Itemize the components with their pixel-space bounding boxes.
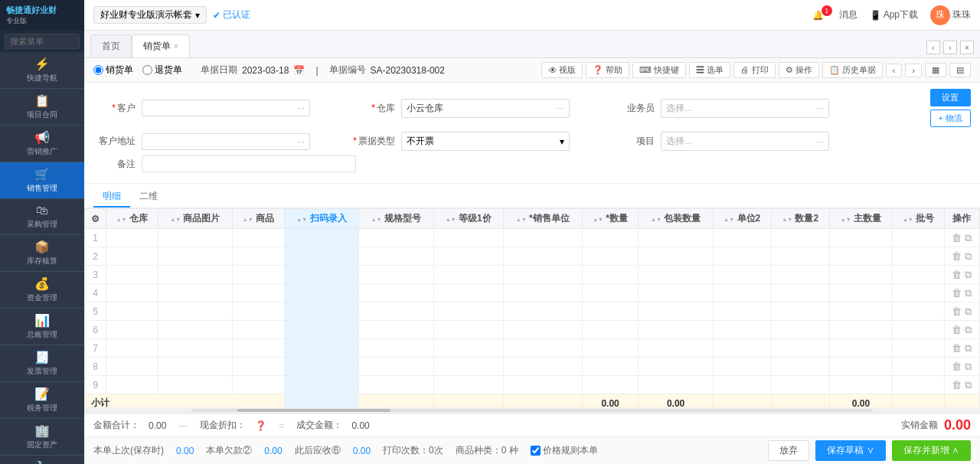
select-btn[interactable]: ☰ 选单 <box>689 62 730 78</box>
sidebar-item-sales[interactable]: 🛒 销售管理 <box>0 162 84 199</box>
warehouse-value: 小云仓库 <box>407 102 443 115</box>
print-btn[interactable]: 🖨 打印 <box>733 62 775 78</box>
sidebar-item-project[interactable]: 📋 项目合同 <box>0 89 84 126</box>
delete-icon[interactable]: 🗑 <box>952 232 962 243</box>
shortcut-btn[interactable]: ⌨ 快捷键 <box>632 62 686 78</box>
copy-icon[interactable]: ⧉ <box>965 342 972 355</box>
copy-icon[interactable]: ⧉ <box>965 379 972 391</box>
history-btn[interactable]: 📋 历史单据 <box>822 62 883 78</box>
view-btn[interactable]: 👁 视版 <box>541 62 583 78</box>
delete-icon[interactable]: 🗑 <box>952 269 962 280</box>
cell-price[interactable] <box>433 229 503 247</box>
company-selector[interactable]: 好业财专业版演示帐套 ▾ <box>93 6 207 24</box>
delete-icon[interactable]: 🗑 <box>952 250 962 262</box>
invoice-value: 不开票 <box>407 135 434 148</box>
invoice-select[interactable]: 不开票 ▾ <box>401 132 570 151</box>
delete-icon[interactable]: 🗑 <box>952 361 962 372</box>
subtotal-label: 小计 <box>85 394 285 408</box>
list-view-btn[interactable]: ▦ <box>925 63 946 77</box>
product-types-label[interactable]: 商品种类：0 种 <box>456 444 518 457</box>
sidebar-item-tax[interactable]: 📝 税务管理 <box>0 382 84 419</box>
delete-icon[interactable]: 🗑 <box>952 379 962 390</box>
cell-scan[interactable] <box>284 229 359 247</box>
customer-input[interactable]: ··· <box>142 100 310 116</box>
tab-next-btn[interactable]: › <box>943 41 957 54</box>
tab-prev-btn[interactable]: ‹ <box>926 41 940 54</box>
address-input[interactable]: ··· <box>142 133 310 150</box>
copy-icon[interactable]: ⧉ <box>965 306 972 318</box>
delete-icon[interactable]: 🗑 <box>952 306 962 317</box>
form-row-3: 备注 <box>93 155 971 172</box>
message-action[interactable]: 🔔 1 消息 <box>812 8 858 21</box>
calendar-icon[interactable]: 📅 <box>293 65 305 76</box>
cell-pkg[interactable] <box>639 229 714 247</box>
copy-icon[interactable]: ⧉ <box>965 324 972 336</box>
th-settings[interactable]: ⚙ <box>85 209 106 229</box>
cell-img[interactable] <box>158 229 233 247</box>
delete-icon[interactable]: 🗑 <box>952 324 962 335</box>
radio-return-input[interactable] <box>142 65 152 75</box>
sidebar-item-capital[interactable]: 💰 资金管理 <box>0 272 84 309</box>
logistics-btn[interactable]: + 物流 <box>930 109 971 127</box>
copy-icon[interactable]: ⧉ <box>965 232 972 244</box>
sidebar-item-purchase[interactable]: 🛍 采购管理 <box>0 199 84 235</box>
cell-main-qty[interactable] <box>829 229 893 247</box>
help-btn[interactable]: ❓ 帮助 <box>586 62 629 78</box>
tab-sale-order[interactable]: 销货单 × <box>132 34 190 57</box>
radio-sale[interactable]: 销货单 <box>93 64 133 77</box>
table-tab-detail[interactable]: 明细 <box>93 187 130 207</box>
staff-input[interactable]: 选择... ··· <box>661 99 829 118</box>
app-download-action[interactable]: 📱 App下载 <box>870 8 918 21</box>
table-row: 8🗑⧉ <box>85 358 980 376</box>
save-new-btn[interactable]: 保存并新增 ∧ <box>892 440 971 461</box>
detail-view-btn[interactable]: ▤ <box>949 63 971 77</box>
copy-icon[interactable]: ⧉ <box>965 269 972 281</box>
radio-sale-input[interactable] <box>93 65 103 75</box>
sidebar-item-tools[interactable]: 🔧 工具 <box>0 456 84 464</box>
prev-record-btn[interactable]: ‹ <box>886 64 903 77</box>
cell-unit2[interactable] <box>713 229 771 247</box>
radio-return[interactable]: 退货单 <box>142 64 182 77</box>
sidebar-item-invoice[interactable]: 🧾 发票管理 <box>0 345 84 382</box>
debt-value: 0.00 <box>264 446 282 456</box>
delete-icon[interactable]: 🗑 <box>952 342 962 354</box>
cell-warehouse[interactable] <box>106 229 158 247</box>
operate-btn[interactable]: ⚙ 操作 <box>779 62 819 78</box>
delete-icon[interactable]: 🗑 <box>952 287 962 299</box>
tab-home[interactable]: 首页 <box>90 34 132 57</box>
sidebar-item-inventory[interactable]: 📦 库存核算 <box>0 235 84 272</box>
cell-qty[interactable] <box>582 229 638 247</box>
cell-qty2[interactable] <box>771 229 829 247</box>
sidebar-item-quick-nav[interactable]: ⚡ 快捷导航 <box>0 52 84 89</box>
help-icon[interactable]: ❓ <box>255 420 266 431</box>
sidebar-item-label: 项目合同 <box>27 109 57 120</box>
set-btn[interactable]: 设置 <box>930 89 971 106</box>
project-input[interactable]: 选择... ··· <box>661 132 829 151</box>
table-wrapper[interactable]: ⚙ ▲▼ 仓库 ▲▼ 商品图片 ▲▼ 商品 ▲▼ 扫码录入 <box>84 208 980 407</box>
user-avatar-action[interactable]: 珠 珠珠 <box>930 5 971 25</box>
sidebar-item-general[interactable]: 📊 总账管理 <box>0 309 84 345</box>
th-scan[interactable]: ▲▼ 扫码录入 <box>284 209 359 229</box>
scroll-thumb[interactable] <box>237 409 390 412</box>
copy-icon[interactable]: ⧉ <box>965 250 972 263</box>
search-input[interactable] <box>5 34 80 49</box>
cell-batch[interactable] <box>893 229 945 247</box>
copy-icon[interactable]: ⧉ <box>965 287 972 299</box>
next-record-btn[interactable]: › <box>905 64 922 77</box>
tab-close-all-btn[interactable]: × <box>960 41 974 54</box>
discard-btn[interactable]: 放弃 <box>768 440 809 461</box>
price-check-input[interactable] <box>531 446 541 456</box>
topbar: 好业财专业版演示帐套 ▾ ✔ 已认证 🔔 1 消息 📱 App下载 珠 <box>84 0 980 31</box>
cell-unit[interactable] <box>503 229 582 247</box>
table-tab-2d[interactable]: 二维 <box>130 187 167 207</box>
tab-close-icon[interactable]: × <box>174 42 178 51</box>
sidebar-item-marketing[interactable]: 📢 营销推广 <box>0 126 84 162</box>
cell-spec[interactable] <box>359 229 434 247</box>
save-draft-btn[interactable]: 保存草稿 ∨ <box>815 440 885 461</box>
warehouse-input[interactable]: 小云仓库 ··· <box>401 99 570 118</box>
price-check-label[interactable]: 价格规则本单 <box>531 444 598 457</box>
cell-product[interactable] <box>233 229 285 247</box>
note-input[interactable] <box>142 155 356 172</box>
sidebar-item-fixed-assets[interactable]: 🏢 固定资产 <box>0 419 84 456</box>
copy-icon[interactable]: ⧉ <box>965 361 972 373</box>
